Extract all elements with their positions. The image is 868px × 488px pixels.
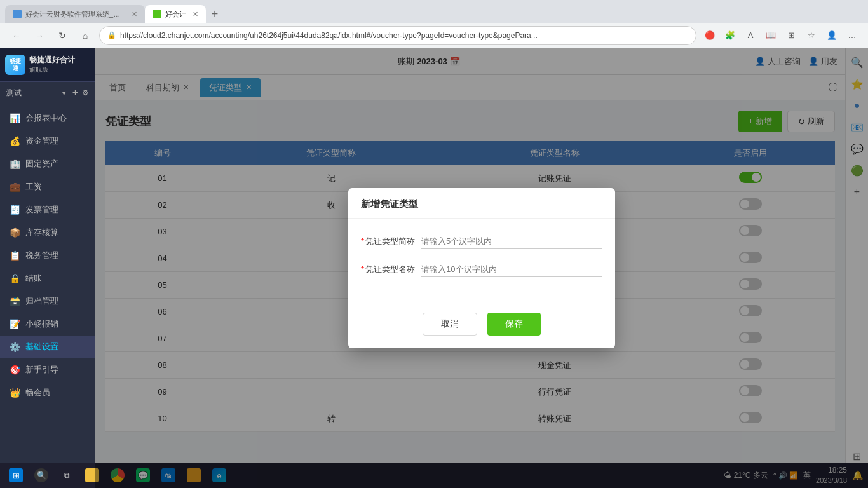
browser-tab-1[interactable]: 好会计云财务软件管理系统_会计 ✕	[5, 5, 145, 23]
short-label: 凭证类型简称	[361, 236, 421, 247]
sidebar-item-archive-label: 归档管理	[25, 295, 58, 307]
form-row-name: 凭证类型名称	[361, 262, 602, 277]
inventory-icon: 📦	[9, 227, 20, 238]
sidebar-item-invoice[interactable]: 🧾 发票管理	[0, 198, 95, 221]
tab-title-2: 好会计	[165, 10, 186, 19]
address-bar-icons: 🔴 🧩 A 📖 ⊞ ☆ 👤 …	[702, 27, 860, 44]
back-button[interactable]: ←	[8, 27, 25, 44]
sidebar-item-payroll[interactable]: 💼 工资	[0, 175, 95, 198]
sidebar-header: 畅捷通 畅捷通好合计 旗舰版	[0, 48, 95, 82]
cancel-button[interactable]: 取消	[423, 313, 477, 336]
sidebar-item-member[interactable]: 👑 畅会员	[0, 381, 95, 404]
start-button[interactable]: ⊞	[5, 464, 27, 486]
dashboard-icon: 📊	[9, 112, 20, 124]
sidebar-logo: 畅捷通	[5, 55, 25, 75]
name-label: 凭证类型名称	[361, 264, 421, 275]
name-input[interactable]	[421, 262, 602, 277]
add-company-icon[interactable]: +	[72, 87, 78, 98]
sidebar-item-inventory-label: 库存核算	[25, 227, 58, 238]
sidebar-item-guide[interactable]: 🎯 新手引导	[0, 358, 95, 381]
sidebar-item-tax-label: 税务管理	[25, 250, 58, 261]
sidebar-item-member-label: 畅会员	[25, 387, 50, 398]
modal-footer: 取消 保存	[348, 305, 615, 348]
sidebar-item-closing[interactable]: 🔒 结账	[0, 267, 95, 290]
browser-tab-2[interactable]: 好会计 ✕	[145, 5, 206, 23]
profile-icon[interactable]: 👤	[824, 27, 840, 44]
company-dropdown-icon[interactable]: ▼	[61, 90, 67, 97]
extensions-icon[interactable]: 🧩	[722, 27, 738, 44]
task-view-icon: ⧉	[60, 468, 74, 482]
reload-button[interactable]: ↻	[53, 27, 71, 44]
settings-company-icon[interactable]: ⚙	[82, 88, 89, 97]
search-taskbar-icon: 🔍	[34, 468, 48, 482]
sidebar-item-closing-label: 结账	[25, 273, 42, 284]
sidebar-item-expense[interactable]: 📝 小畅报销	[0, 313, 95, 336]
home-button[interactable]: ⌂	[76, 27, 94, 44]
short-input[interactable]	[421, 234, 602, 249]
sidebar-item-fund-label: 资金管理	[25, 135, 58, 147]
windows-logo: ⊞	[9, 468, 23, 482]
sidebar-company[interactable]: 测试 ▼ + ⚙	[0, 82, 95, 104]
more-icon[interactable]: …	[844, 27, 860, 44]
sidebar-item-dashboard[interactable]: 📊 会报表中心	[0, 107, 95, 130]
sidebar-item-archive[interactable]: 🗃️ 归档管理	[0, 290, 95, 313]
new-tab-button[interactable]: +	[206, 5, 224, 23]
add-voucher-modal: 新增凭证类型 凭证类型简称 凭证类型名称 取消 保存	[348, 188, 615, 348]
sidebar-item-payroll-label: 工资	[25, 181, 42, 193]
address-bar: ← → ↻ ⌂ 🔒 https://cloud2.chanjet.com/acc…	[0, 23, 868, 48]
sidebar-item-fund[interactable]: 💰 资金管理	[0, 130, 95, 152]
sidebar-title-block: 畅捷通好合计 旗舰版	[29, 55, 75, 74]
invoice-icon: 🧾	[9, 204, 20, 215]
guide-icon: 🎯	[9, 364, 20, 376]
forward-button[interactable]: →	[31, 27, 48, 44]
browser-chrome: 好会计云财务软件管理系统_会计 ✕ 好会计 ✕ +	[0, 0, 868, 23]
fund-icon: 💰	[9, 135, 20, 147]
tab-close-1[interactable]: ✕	[132, 10, 137, 18]
sidebar-item-settings[interactable]: ⚙️ 基础设置	[0, 336, 95, 358]
sidebar-item-fixed-assets-label: 固定资产	[25, 158, 58, 170]
save-button[interactable]: 保存	[487, 313, 541, 336]
sidebar-item-invoice-label: 发票管理	[25, 204, 58, 215]
member-icon: 👑	[9, 387, 20, 398]
sidebar-nav: 📊 会报表中心 💰 资金管理 🏢 固定资产 💼 工资 🧾 发票管理 📦	[0, 104, 95, 466]
tab-favicon-2	[153, 10, 161, 18]
sidebar-app-title: 畅捷通好合计	[29, 55, 75, 65]
tab-favicon-1	[13, 10, 22, 18]
modal-overlay: 新增凭证类型 凭证类型简称 凭证类型名称 取消 保存	[95, 48, 868, 488]
sidebar-item-expense-label: 小畅报销	[25, 318, 58, 330]
settings-icon: ⚙️	[9, 341, 20, 353]
sidebar-item-guide-label: 新手引导	[25, 364, 58, 376]
sidebar-item-dashboard-label: 会报表中心	[25, 112, 67, 124]
modal-body: 凭证类型简称 凭证类型名称	[348, 219, 615, 305]
tab-bar: 好会计云财务软件管理系统_会计 ✕ 好会计 ✕ +	[5, 0, 224, 23]
tab-title-1: 好会计云财务软件管理系统_会计	[25, 10, 125, 19]
company-name: 测试	[6, 88, 58, 98]
fixed-assets-icon: 🏢	[9, 158, 20, 170]
split-icon[interactable]: ⊞	[783, 27, 799, 44]
favorites-icon[interactable]: ☆	[803, 27, 820, 44]
payroll-icon: 💼	[9, 181, 20, 193]
tax-icon: 📋	[9, 250, 20, 261]
url-bar[interactable]: 🔒 https://cloud2.chanjet.com/accounting/…	[99, 26, 696, 45]
expense-icon: 📝	[9, 318, 20, 330]
modal-title: 新增凭证类型	[348, 188, 615, 219]
form-row-short: 凭证类型简称	[361, 234, 602, 249]
closing-icon: 🔒	[9, 273, 20, 284]
read-icon[interactable]: 📖	[763, 27, 779, 44]
archive-icon: 🗃️	[9, 295, 20, 307]
sidebar-item-settings-label: 基础设置	[25, 341, 58, 353]
translate-icon[interactable]: A	[742, 27, 759, 44]
sidebar-app-subtitle: 旗舰版	[29, 65, 75, 74]
search-taskbar-button[interactable]: 🔍	[31, 464, 52, 486]
url-text: https://cloud2.chanjet.com/accounting/uh…	[120, 31, 538, 40]
task-view-button[interactable]: ⧉	[56, 464, 78, 486]
sidebar: 畅捷通 畅捷通好合计 旗舰版 测试 ▼ + ⚙ 📊 会报表中心 💰 资金管理 �	[0, 48, 95, 488]
sidebar-item-inventory[interactable]: 📦 库存核算	[0, 221, 95, 244]
bookmark-icon[interactable]: 🔴	[702, 27, 718, 44]
sidebar-item-tax[interactable]: 📋 税务管理	[0, 244, 95, 267]
sidebar-item-fixed-assets[interactable]: 🏢 固定资产	[0, 152, 95, 175]
tab-close-2[interactable]: ✕	[193, 10, 198, 18]
